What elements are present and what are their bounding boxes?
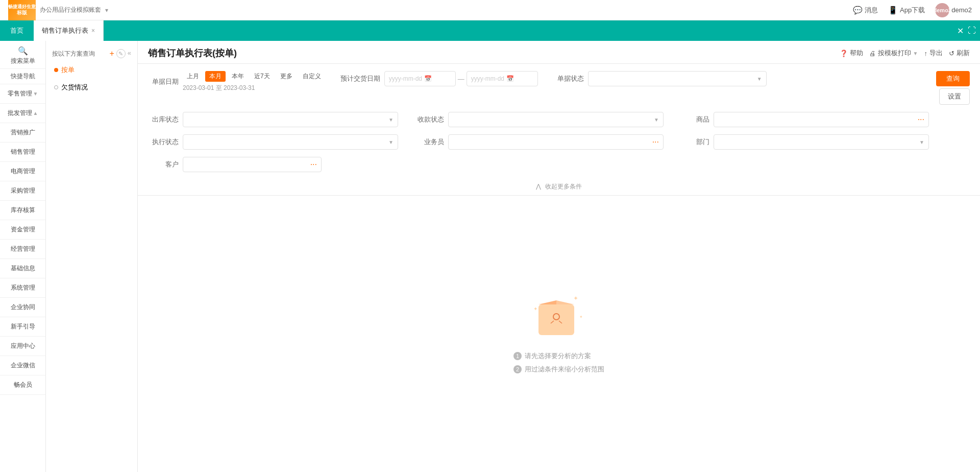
- breadcrumb-arrow-icon[interactable]: ▾: [105, 7, 108, 14]
- print-arrow-icon: ▼: [913, 51, 918, 56]
- panel-edit-btn[interactable]: ✎: [116, 49, 126, 58]
- settings-btn[interactable]: 设置: [939, 88, 970, 105]
- customer-input[interactable]: ···: [183, 157, 322, 172]
- panel-add-btn[interactable]: +: [109, 49, 114, 58]
- message-btn[interactable]: 💬 消息: [853, 6, 878, 15]
- sidebar-search[interactable]: 🔍 搜索菜单: [0, 41, 45, 69]
- expected-date-label: 预计交货日期: [340, 74, 380, 83]
- sidebar-item-retail[interactable]: 零售管理 ▼: [0, 84, 45, 104]
- tab-home[interactable]: 首页: [0, 20, 34, 41]
- sidebar-item-member[interactable]: 畅会员: [0, 375, 45, 395]
- panel-dot-gray-icon: [54, 85, 58, 89]
- refresh-label: 刷新: [957, 49, 970, 58]
- sidebar-quick-nav[interactable]: 快捷导航: [0, 69, 45, 84]
- sidebar-item-wechat[interactable]: 企业微信: [0, 356, 45, 375]
- sidebar-item-wholesale[interactable]: 批发管理 ▲: [0, 104, 45, 123]
- date-tab-more[interactable]: 更多: [276, 71, 297, 82]
- export-label: 导出: [929, 49, 943, 58]
- empty-hints: 1 请先选择要分析的方案 2 用过滤条件来缩小分析范围: [513, 351, 604, 378]
- collapse-label: 收起更多条件: [545, 183, 582, 190]
- collect-status-label: 收款状态: [413, 115, 444, 124]
- tab-close-icon[interactable]: ×: [91, 27, 95, 34]
- export-icon: ↑: [924, 50, 928, 57]
- collect-status-select[interactable]: ▼: [448, 112, 664, 127]
- sidebar-item-marketing[interactable]: 营销推广: [0, 123, 45, 143]
- dept-label: 部门: [679, 137, 709, 147]
- out-status-arrow-icon: ▼: [388, 117, 394, 123]
- sidebar-item-ecommerce[interactable]: 电商管理: [0, 162, 45, 181]
- sidebar-item-operation[interactable]: 经营管理: [0, 240, 45, 259]
- customer-label: 客户: [148, 160, 179, 169]
- salesman-dots-icon[interactable]: ···: [652, 137, 659, 147]
- sidebar-item-basic[interactable]: 基础信息: [0, 259, 45, 278]
- export-btn[interactable]: ↑ 导出: [924, 49, 943, 58]
- dept-select[interactable]: ▼: [714, 134, 929, 150]
- date-tab-7days[interactable]: 近7天: [250, 71, 274, 82]
- sidebar-item-finance[interactable]: 资金管理: [0, 220, 45, 240]
- print-btn[interactable]: 🖨 按模板打印 ▼: [869, 49, 918, 58]
- date-tab-lastmonth[interactable]: 上月: [183, 71, 203, 82]
- print-label: 按模板打印: [878, 49, 911, 58]
- exec-status-group: 执行状态 ▼: [148, 134, 398, 150]
- help-btn[interactable]: ❓ 帮助: [840, 49, 863, 58]
- refresh-btn[interactable]: ↺ 刷新: [949, 49, 970, 58]
- exec-status-label: 执行状态: [148, 137, 179, 147]
- date-tab-thismonth[interactable]: 本月: [205, 71, 226, 82]
- top-bar-left: 畅捷通好生意 标版 办公用品行业模拟账套 ▾: [8, 0, 108, 20]
- filter-row-4: 客户 ···: [148, 157, 970, 172]
- exec-status-select[interactable]: ▼: [183, 134, 398, 150]
- out-status-select[interactable]: ▼: [183, 112, 398, 127]
- sidebar: 🔍 搜索菜单 快捷导航 零售管理 ▼ 批发管理 ▲ 营销推广 销售管理 电商管理…: [0, 41, 46, 472]
- panel-item-order-label: 按单: [61, 65, 75, 75]
- panel-menu-item-shortage[interactable]: 欠货情况: [46, 79, 137, 96]
- top-bar-right: 💬 消息 📱 App下载 demo2 demo2: [853, 3, 972, 17]
- app-download-btn[interactable]: 📱 App下载: [888, 6, 925, 15]
- empty-state: ✦ ✦ ✦ 1 请先选择要分析的方案 2 用过滤条件来缩小分析范围: [138, 196, 980, 472]
- product-input[interactable]: ···: [714, 112, 929, 127]
- page-title-row: 销售订单执行表(按单) ❓ 帮助 🖨 按模板打印 ▼: [148, 47, 970, 59]
- salesman-label: 业务员: [413, 137, 444, 147]
- date-tab-thisyear[interactable]: 本年: [228, 71, 248, 82]
- status-select[interactable]: ▼: [588, 71, 767, 86]
- user-avatar-area[interactable]: demo2 demo2: [935, 3, 972, 17]
- sidebar-item-inventory[interactable]: 库存核算: [0, 201, 45, 220]
- status-label: 单据状态: [553, 74, 584, 83]
- sidebar-item-sales[interactable]: 销售管理: [0, 143, 45, 162]
- calendar-end-icon: 📅: [506, 75, 514, 82]
- customer-group: 客户 ···: [148, 157, 322, 172]
- product-dots-icon[interactable]: ···: [918, 115, 924, 124]
- date-tab-custom[interactable]: 自定义: [299, 71, 325, 82]
- expected-date-end-input[interactable]: yyyy-mm-dd 📅: [467, 71, 538, 86]
- panel-header-label: 按以下方案查询: [52, 50, 95, 58]
- exec-status-arrow-icon: ▼: [388, 139, 394, 145]
- search-btn[interactable]: 查询: [936, 71, 970, 86]
- dept-group: 部门 ▼: [679, 134, 929, 150]
- panel-dot-active-icon: [54, 68, 58, 72]
- panel-collapse-btn[interactable]: «: [128, 49, 131, 58]
- sidebar-item-system[interactable]: 系统管理: [0, 278, 45, 298]
- logo-subtext: 标版: [17, 10, 27, 16]
- app-label: App下载: [900, 6, 925, 15]
- sidebar-item-corp[interactable]: 企业协同: [0, 298, 45, 317]
- hint-text-2: 用过滤条件来缩小分析范围: [525, 365, 604, 374]
- main-layout: 🔍 搜索菜单 快捷导航 零售管理 ▼ 批发管理 ▲ 营销推广 销售管理 电商管理…: [0, 41, 980, 472]
- sidebar-search-label: 搜索菜单: [11, 57, 35, 64]
- sidebar-item-purchase[interactable]: 采购管理: [0, 181, 45, 201]
- window-close-btn[interactable]: ✕: [957, 26, 964, 36]
- tab-sales-exec[interactable]: 销售订单执行表 ×: [34, 20, 104, 41]
- collapse-bar[interactable]: ⋀ 收起更多条件: [148, 179, 970, 195]
- panel-menu-item-order[interactable]: 按单: [46, 61, 137, 79]
- customer-dots-icon[interactable]: ···: [310, 160, 317, 169]
- expected-date-start-input[interactable]: yyyy-mm-dd 📅: [384, 71, 456, 86]
- sidebar-item-apps[interactable]: 应用中心: [0, 337, 45, 356]
- left-panel: 按以下方案查询 + ✎ « 按单 欠货情况: [46, 41, 138, 472]
- tab-home-label: 首页: [10, 26, 23, 35]
- calendar-start-icon: 📅: [424, 75, 432, 82]
- salesman-input[interactable]: ···: [448, 134, 664, 150]
- collect-status-arrow-icon: ▼: [654, 117, 659, 123]
- sidebar-wholesale-arrow-icon: ▲: [33, 110, 38, 116]
- product-group: 商品 ···: [679, 112, 929, 127]
- sidebar-item-newbie[interactable]: 新手引导: [0, 317, 45, 337]
- salesman-group: 业务员 ···: [413, 134, 664, 150]
- window-expand-btn[interactable]: ⛶: [968, 26, 976, 35]
